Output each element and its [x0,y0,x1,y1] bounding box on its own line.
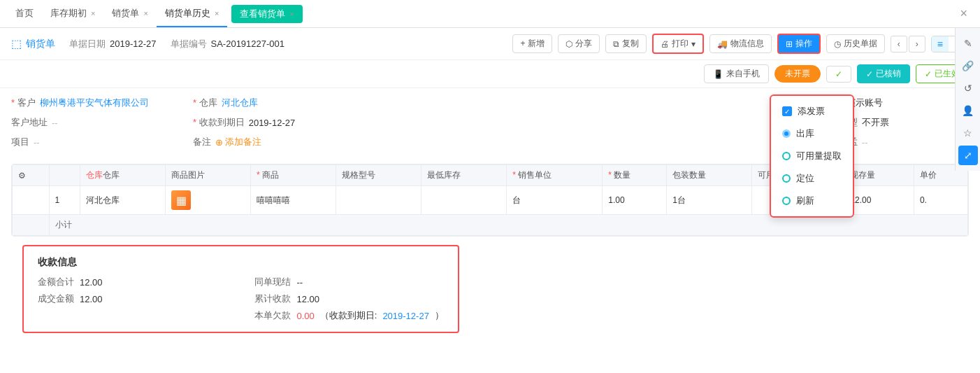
plus-icon: ⊕ [215,137,223,148]
row-unit: 台 [507,186,603,215]
operation-button[interactable]: ⊞ 操作 [777,34,821,54]
payment-section: 收款信息 金额合计 12.00 同单现结 -- 成交金额 12.00 累计收款 … [0,237,980,350]
edit-side-button[interactable]: ✎ [958,34,978,53]
dropdown-locate[interactable]: 定位 [771,167,853,190]
doc-date-field: 单据日期 2019-12-27 [69,38,157,50]
tab-home[interactable]: 首页 [7,0,42,27]
warehouse-field: 仓库 河北仓库 [193,97,347,109]
operation-dropdown: ✓ 添发票 出库 可用量提取 定位 刷新 [770,94,854,218]
locate-radio[interactable] [782,174,791,183]
row-unit-price: 0. [914,186,967,215]
project-field: 项目 -- [11,136,165,148]
th-current-stock: 现存量 [844,165,914,186]
history-button[interactable]: ◷ 历史单据 [826,34,885,53]
th-seq [49,165,80,186]
row-spec [336,186,421,215]
share-button[interactable]: ⬡ 分享 [558,34,600,53]
link-side-button[interactable]: 🔗 [958,56,978,76]
user-side-button[interactable]: 👤 [958,101,978,120]
history-icon: ◷ [834,39,841,49]
rotate-side-button[interactable]: ↺ [958,78,978,98]
doc-title: ⬚ 销货单 [11,37,55,50]
print-dropdown-icon: ▾ [691,39,696,49]
th-pack-qty: 包装数量 [667,165,752,186]
tab-close-inventory[interactable]: × [91,9,95,17]
payment-grid: 金额合计 12.00 同单现结 -- 成交金额 12.00 累计收款 12.00 [38,276,444,322]
doc-meta: 单据日期 2019-12-27 单据编号 SA-20191227-001 [69,38,284,50]
available-pick-radio[interactable] [782,152,791,160]
dropdown-ship-out[interactable]: 出库 [771,122,853,145]
done-button[interactable]: ✓ [826,66,851,83]
transaction-row: 成交金额 12.00 [38,293,226,305]
logistics-button[interactable]: 🚚 物流信息 [709,34,772,53]
dropdown-available-pick[interactable]: 可用量提取 [771,145,853,167]
doc-number-field: 单据编号 SA-20191227-001 [171,38,285,50]
phone-icon: 📱 [713,69,723,79]
toolbar: + 新增 ⬡ 分享 ⧉ 复制 🖨 打印 ▾ 🚚 物流信息 ⊞ 操作 [512,34,969,54]
share-icon: ⬡ [565,39,572,49]
settings-icon[interactable]: ⚙ [18,171,26,181]
from-phone-button[interactable]: 📱 来自手机 [704,64,769,83]
total-row: 金额合计 12.00 [38,276,226,288]
row-seq: 1 [49,186,80,215]
cancel-button[interactable]: ✓ 已核销 [857,64,910,83]
row-min-stock [421,186,507,215]
not-open-button[interactable]: 未开票 [774,65,821,83]
add-note-button[interactable]: ⊕ 添加备注 [215,136,261,148]
tab-check-sales[interactable]: 查看销货单 × [231,5,302,23]
cumulative-row: 累计收款 12.00 [254,293,443,305]
row-current-stock: 12.00 [844,186,914,215]
row-qty: 1.00 [603,186,667,215]
customer-field: 客户 柳州粤港平安气体有限公司 [11,97,165,109]
same-order-row: 同单现结 -- [254,276,443,288]
th-gear: ⚙ [13,165,50,186]
nav-arrows: ‹ › [891,36,925,52]
tab-close-history[interactable]: × [215,9,219,17]
star-side-icon: ☆ [963,127,972,139]
dropdown-add-invoice[interactable]: ✓ 添发票 [771,100,853,122]
tab-sales-order[interactable]: 销货单 × [103,0,156,27]
row-product-img: ▦ [166,186,251,215]
tab-close-sales[interactable]: × [143,9,147,17]
copy-icon: ⧉ [613,39,619,49]
list-view-button[interactable]: ≡ [932,36,949,52]
ship-out-radio[interactable] [782,129,791,138]
grid-icon: ⊞ [786,39,793,49]
th-warehouse: 仓库仓库 [80,165,166,186]
refresh-radio[interactable] [782,197,791,205]
th-qty: * 数量 [603,165,667,186]
main-container: ⬚ 销货单 单据日期 2019-12-27 单据编号 SA-20191227-0… [0,28,980,373]
payment-date-field: 收款到期日 2019-12-27 [193,116,347,129]
subtotal-label: 小计 [49,215,967,236]
note-field: 备注 ⊕ 添加备注 [193,136,347,148]
address-field: 客户地址 -- [11,116,165,129]
sales-order-icon: ⬚ [11,37,22,50]
new-button[interactable]: + 新增 [512,34,552,53]
th-min-stock: 最低库存 [421,165,507,186]
global-close-button[interactable]: × [954,6,973,21]
link-side-icon: 🔗 [962,60,974,71]
side-toolbar: ✎ 🔗 ↺ 👤 ☆ ⤢ [955,28,980,171]
expand-side-icon: ⤢ [964,150,972,161]
next-arrow[interactable]: › [909,36,925,52]
payment-title: 收款信息 [38,256,444,269]
tab-sales-history[interactable]: 销货单历史 × [157,0,227,27]
row-pack-qty: 1台 [667,186,752,215]
action-row: 📱 来自手机 未开票 ✓ ✓ 已核销 ✓ 已生效 [0,60,980,88]
copy-button[interactable]: ⧉ 复制 [605,34,647,53]
expand-side-button[interactable]: ⤢ [958,146,978,165]
add-invoice-checkbox[interactable]: ✓ [782,106,792,116]
th-spec: 规格型号 [336,165,421,186]
print-icon: 🖨 [661,39,669,49]
check-icon: ✓ [835,69,842,79]
prev-arrow[interactable]: ‹ [891,36,907,52]
edit-side-icon: ✎ [964,38,972,49]
dropdown-refresh[interactable]: 刷新 [771,190,853,212]
star-side-button[interactable]: ☆ [958,123,978,143]
subtotal-gear [13,215,50,236]
tab-inventory-init[interactable]: 库存期初 × [42,0,103,27]
row-product: 嘻嘻嘻嘻 [251,186,336,215]
tab-close-check[interactable]: × [289,10,294,18]
print-button[interactable]: 🖨 打印 ▾ [652,34,704,54]
truck-icon: 🚚 [717,39,728,49]
